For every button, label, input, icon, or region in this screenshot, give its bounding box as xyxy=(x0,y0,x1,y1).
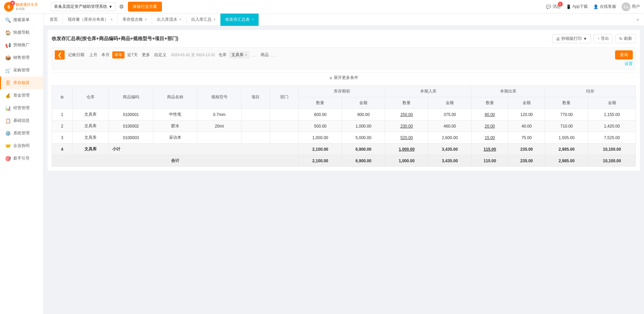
warehouse-filter: 仓库 文具库 × ... xyxy=(218,51,257,59)
settings-link[interactable]: 设置 xyxy=(68,61,633,67)
sidebar-label-finance: 资金管理 xyxy=(13,93,30,98)
experience-button[interactable]: 体验行业方案 xyxy=(128,2,162,12)
sub-bal-amt: 金额 xyxy=(588,97,636,109)
sidebar-item-search[interactable]: 🔍 搜索菜单 xyxy=(0,14,43,26)
warehouse-tag-close[interactable]: × xyxy=(245,53,247,57)
sidebar-label-guide: 新手引导 xyxy=(13,155,30,161)
tab-summary[interactable]: 出入库汇总 × xyxy=(186,14,221,26)
sidebar-item-system[interactable]: ⚙️ 系统管理 xyxy=(0,127,43,139)
chevron-down-icon: ▼ xyxy=(583,36,587,41)
sub-in-qty: 数量 xyxy=(385,97,428,109)
service-icon: 👤 xyxy=(593,4,598,9)
sidebar-label-inventory: 库存核算 xyxy=(13,80,30,86)
tab-collect-summary[interactable]: 收发存汇总表 × xyxy=(220,14,259,26)
sidebar-label-search: 搜索菜单 xyxy=(13,17,30,23)
top-header: 6 6 畅捷通好生意 标准版 装备及固定资产辅助管理系统 ▼ ⚙ 体验行业方案 … xyxy=(0,0,644,14)
print-button[interactable]: 🖨 拆镜版打印 ▼ xyxy=(552,34,591,43)
table-row: 3 文具库 0100003 采访本 1,000.00 5,000.00 520.… xyxy=(52,132,636,144)
filter-toggle-button[interactable]: ❮ xyxy=(55,50,65,60)
goods-label: 商品 xyxy=(261,52,269,58)
tab-close-inventory-dist[interactable]: × xyxy=(111,18,113,21)
sidebar-item-guide[interactable]: 🎯 新手引导 xyxy=(0,152,43,165)
page-card: 收发存汇总表(按仓库+商品编码+商品+规格型号+项目+部门) 🖨 拆镜版打印 ▼… xyxy=(48,30,640,171)
online-service-item[interactable]: 👤 在线客服 xyxy=(593,4,616,10)
expand-more-row: ∨ 展开更多条件 xyxy=(52,72,636,83)
sidebar-label-marketing: 营销推广 xyxy=(13,42,30,48)
col-settings[interactable]: ⚙ xyxy=(52,86,72,109)
logo-area: 6 6 畅捷通好生意 标准版 xyxy=(4,2,48,12)
tab-flow[interactable]: 出入库流水 × xyxy=(152,14,186,26)
sub-in-amt: 金额 xyxy=(428,97,472,109)
tab-batch-ledger[interactable]: 库存批次账 × xyxy=(118,14,152,26)
sidebar-item-marketing[interactable]: 📢 营销推广 xyxy=(0,39,43,51)
footer-in-amt: 3,435.00 xyxy=(428,155,472,167)
footer-in-qty: 1,000.00 xyxy=(385,155,428,167)
sub-out-qty: 数量 xyxy=(472,97,508,109)
app-download-item[interactable]: 📱 App下载 xyxy=(566,4,588,10)
date-btn-prev-month[interactable]: 上月 xyxy=(88,51,99,59)
dropdown-icon: ▼ xyxy=(109,4,113,9)
tab-inventory-dist[interactable]: 现存量（库存分布表） × xyxy=(63,14,118,26)
sidebar-item-quick-nav[interactable]: 🏠 快捷导航 xyxy=(0,26,43,39)
export-button[interactable]: ↑ 导出 xyxy=(594,34,613,43)
tab-home[interactable]: 首页 xyxy=(45,14,63,26)
system-selector[interactable]: 装备及固定资产辅助管理系统 ▼ xyxy=(51,2,116,11)
export-icon: ↑ xyxy=(597,36,599,41)
search-button[interactable]: 查询 xyxy=(615,50,633,60)
sidebar: 🔍 搜索菜单 🏠 快捷导航 📢 营销推广 📦 销售管理 🛒 采购管理 🗄 库存核… xyxy=(0,14,44,314)
warehouse-tag: 文具库 × xyxy=(229,51,250,59)
app-label: App下载 xyxy=(573,4,588,10)
settings-icon[interactable]: ⚙ xyxy=(119,3,125,10)
messages-icon-item[interactable]: 💬 消息 6 xyxy=(546,4,561,10)
basic-icon: 📋 xyxy=(5,118,11,123)
date-btn-this-year[interactable]: 本年 xyxy=(112,51,125,59)
date-buttons: 上月 本月 本年 近7天 更多 自定义 xyxy=(88,51,168,59)
inventory-icon: 🗄 xyxy=(5,80,11,86)
date-btn-this-month[interactable]: 本月 xyxy=(100,51,111,59)
tab-close-flow[interactable]: × xyxy=(179,18,181,21)
date-btn-7days[interactable]: 近7天 xyxy=(126,51,139,59)
sidebar-item-operation[interactable]: 📊 经营管理 xyxy=(0,102,43,114)
tab-close-collect-summary[interactable]: × xyxy=(252,18,254,21)
table-row: 1 文具库 0100001 中性笔 0.7mm 600.00 900.00 25… xyxy=(52,109,636,120)
goods-filter: 商品 ... xyxy=(261,52,276,58)
system-title: 装备及固定资产辅助管理系统 xyxy=(54,4,107,10)
main-layout: 🔍 搜索菜单 🏠 快捷导航 📢 营销推广 📦 销售管理 🛒 采购管理 🗄 库存核… xyxy=(0,14,644,314)
finance-icon: 💰 xyxy=(5,93,11,98)
phone-icon: 📱 xyxy=(566,4,571,9)
avatar: Ea xyxy=(622,2,630,11)
col-header-dept: 部门 xyxy=(270,86,299,109)
sidebar-item-basic[interactable]: 📋 基础信息 xyxy=(0,114,43,127)
date-btn-more[interactable]: 更多 xyxy=(141,51,151,59)
col-header-code: 商品编码 xyxy=(109,86,153,109)
warehouse-label: 仓库 xyxy=(218,52,227,58)
operation-icon: 📊 xyxy=(5,105,11,111)
sidebar-label-basic: 基础信息 xyxy=(13,118,30,123)
refresh-button[interactable]: ↻ 刷新 xyxy=(615,34,636,43)
header-right: 💬 消息 6 📱 App下载 👤 在线客服 Ea 用户 xyxy=(546,2,640,11)
warehouse-dots[interactable]: ... xyxy=(252,53,257,57)
user-area[interactable]: Ea 用户 xyxy=(622,2,640,11)
message-icon: 💬 xyxy=(546,4,551,9)
col-header-goods: 商品名称 xyxy=(153,86,197,109)
date-filter-label: 记账日期 xyxy=(68,52,84,58)
print-icon: 🖨 xyxy=(556,36,560,41)
sidebar-item-sales[interactable]: 📦 销售管理 xyxy=(0,51,43,64)
date-btn-custom[interactable]: 自定义 xyxy=(153,51,168,59)
expand-more-button[interactable]: ∨ 展开更多条件 xyxy=(329,75,358,81)
sidebar-item-finance[interactable]: 💰 资金管理 xyxy=(0,89,43,102)
logo-badge: 6 xyxy=(10,1,15,5)
tab-close-summary[interactable]: × xyxy=(214,18,216,21)
marketing-icon: 📢 xyxy=(5,43,11,48)
tabs-end-close[interactable]: × xyxy=(633,17,643,22)
sub-bal-qty: 数量 xyxy=(545,97,588,109)
system-icon: ⚙️ xyxy=(5,131,11,136)
tab-close-batch-ledger[interactable]: × xyxy=(145,18,147,21)
col-group-balance: 结存 xyxy=(545,86,636,97)
sidebar-item-inventory[interactable]: 🗄 库存核算 xyxy=(0,77,43,89)
filter-row-1: 记账日期 上月 本月 本年 近7天 更多 自定义 2023-01-01 至 20… xyxy=(68,50,633,60)
sidebar-item-enterprise[interactable]: 🤝 企业协同 xyxy=(0,139,43,152)
goods-dots[interactable]: ... xyxy=(271,53,276,57)
sidebar-item-purchase[interactable]: 🛒 采购管理 xyxy=(0,64,43,77)
sidebar-label-sales: 销售管理 xyxy=(13,55,30,61)
